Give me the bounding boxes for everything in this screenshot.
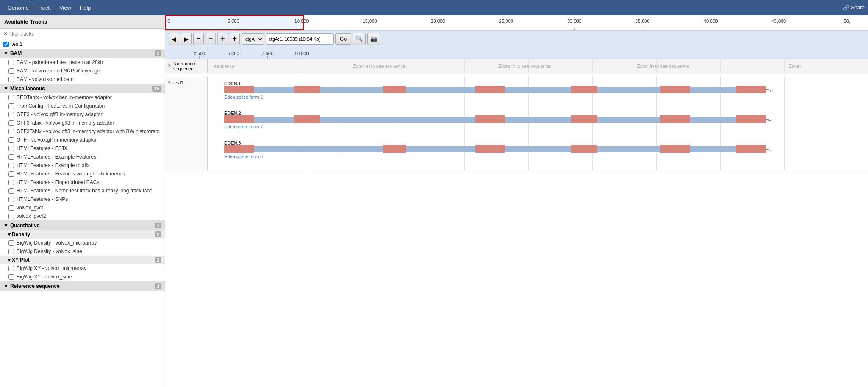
gene-eden3-block-3 — [571, 145, 597, 153]
bam-item-0[interactable]: BAM - paired-read test pattern at 28kb — [0, 58, 165, 67]
scale-tick-7500: 7,500 — [262, 51, 273, 56]
zoom-out-button[interactable]: − — [193, 33, 204, 45]
filter-input[interactable] — [9, 31, 161, 37]
refseq-label: Reference sequence — [10, 283, 60, 289]
gene-eden2-conn-4 — [690, 117, 736, 123]
genome-area: 0 5,000 10,000 15,000 20,000 25,000 30,0… — [165, 15, 868, 387]
scale-tick-2500: 2,500 — [194, 51, 206, 56]
spacer1 — [165, 73, 868, 77]
share-button[interactable]: 🔗 Share — [843, 5, 865, 11]
coord-tick-40000: 40,000 — [704, 19, 718, 24]
density-item-1[interactable]: BigWig Density - volvox_sine — [0, 247, 165, 256]
ref-seq-zoom-text-4: Zoom — [789, 64, 801, 69]
misc-item-11[interactable]: HTMLFeatures - Name test track has a rea… — [0, 187, 165, 195]
misc-item-6[interactable]: HTMLFeatures - ESTs — [0, 144, 165, 153]
sidebar: Available Tracks ✕ test1 ▼BAM 3 BAM - pa… — [0, 15, 165, 387]
test1-checkbox[interactable] — [3, 42, 9, 47]
misc-item-8[interactable]: HTMLFeatures - Example motifs — [0, 161, 165, 170]
bam-item-1[interactable]: BAM - volvox-sorted SNPs/Coverage — [0, 67, 165, 75]
main-layout: Available Tracks ✕ test1 ▼BAM 3 BAM - pa… — [0, 15, 868, 387]
clear-filter-button[interactable]: ✕ — [3, 31, 8, 37]
location-input[interactable] — [266, 33, 334, 45]
xyplot-item-1[interactable]: BigWig XY - volvox_sine — [0, 273, 165, 281]
misc-count: 15 — [152, 86, 161, 92]
gene-eden1-block-5 — [660, 86, 690, 93]
ref-seq-label-text: Reference sequence — [173, 61, 205, 71]
forward-button[interactable]: ▶ — [181, 33, 192, 45]
menu-view[interactable]: View — [55, 2, 75, 14]
coord-tick-5000: 5,000 — [228, 19, 239, 24]
zoom-in2-button[interactable]: + — [230, 33, 240, 45]
gene-eden2-conn-3 — [597, 117, 660, 123]
gene-eden1-conn-2 — [406, 87, 475, 93]
gene-eden1-conn-1 — [320, 87, 383, 93]
sidebar-content: test1 ▼BAM 3 BAM - paired-read test patt… — [0, 39, 165, 387]
test1-track-label: test1 — [173, 80, 184, 85]
menu-track[interactable]: Track — [33, 2, 55, 14]
quantitative-count: 4 — [155, 223, 161, 228]
bam-count: 3 — [155, 50, 161, 56]
gene-eden1-conn-5 — [690, 87, 736, 93]
misc-item-12[interactable]: HTMLFeatures - SNPs — [0, 195, 165, 203]
gene-eden2-form[interactable]: Eden splice form 2 — [224, 124, 263, 129]
misc-item-3[interactable]: GFF3Tabix - volvox.gff3 in-memory adapto… — [0, 119, 165, 127]
coord-tick-30000: 30,000 — [567, 19, 581, 24]
gene-eden3: EDEN.3 Eden splice form 3 → — [208, 139, 868, 165]
gene-eden2-conn-0 — [254, 117, 293, 123]
coord-tick-20000: 20,000 — [431, 19, 445, 24]
ref-seq-label: ↻ Reference sequence — [165, 59, 208, 73]
gene-eden1-block-0 — [224, 86, 254, 93]
xyplot-item-0[interactable]: BigWig XY - volvox_microarray — [0, 264, 165, 273]
misc-item-4[interactable]: GFF3Tabix - volvox.gff3 in-memory adapto… — [0, 127, 165, 136]
misc-item-5[interactable]: GTF - volvox.gtf in-memory adaptor — [0, 136, 165, 144]
ref-seq-zoom-text-1: Zoom in to see sequence — [353, 64, 406, 69]
density-subgroup-header[interactable]: ▼Density 2 — [0, 230, 165, 239]
misc-item-7[interactable]: HTMLFeatures - Example Features — [0, 153, 165, 161]
test1-label: test1 — [11, 41, 22, 47]
coord-bar[interactable]: 0 5,000 10,000 15,000 20,000 25,000 30,0… — [165, 15, 868, 31]
misc-item-1[interactable]: FromConfig - Features in Configuration — [0, 102, 165, 110]
density-item-0[interactable]: BigWig Density - volvox_microarray — [0, 239, 165, 247]
coord-tick-35000: 35,000 — [635, 19, 650, 24]
ref-seq-content: sequence Zoom in to see sequence Zoom in… — [208, 59, 868, 73]
gene-eden3-conn-3 — [597, 146, 660, 152]
screenshot-button[interactable]: 📷 — [367, 33, 380, 45]
bam-item-2[interactable]: BAM - volvox-sorted.bam — [0, 75, 165, 84]
quantitative-group-header[interactable]: ▼Quantitative 4 — [0, 221, 165, 230]
misc-group-header[interactable]: ▼Miscellaneous 15 — [0, 84, 165, 93]
gene-eden3-form[interactable]: Eden splice form 3 — [224, 154, 263, 159]
zoom-out2-button[interactable]: − — [206, 33, 216, 45]
misc-item-14[interactable]: volvox_gvcf2 — [0, 212, 165, 220]
gene-eden3-conn-1 — [406, 146, 475, 152]
misc-item-2[interactable]: GFF3 - volvox.gff3 in-memory adaptor — [0, 110, 165, 119]
bam-label: BAM — [10, 50, 22, 56]
gene-eden3-arrow: → — [766, 147, 772, 153]
test1-track-row: ↻ test1 — [165, 77, 868, 170]
gene-eden3-block-2 — [475, 145, 505, 153]
gene-eden2-block-0 — [224, 115, 254, 123]
zoom-in-button[interactable]: + — [217, 33, 228, 45]
gene-eden1-conn-3 — [505, 87, 571, 93]
ref-seq-row: ↻ Reference sequence sequence — [165, 59, 868, 73]
gene-eden1-block-1 — [294, 86, 320, 93]
gene-eden1-form[interactable]: Eden splice form 1 — [224, 95, 263, 100]
go-button[interactable]: Go — [335, 33, 351, 45]
refseq-count: 1 — [155, 283, 161, 289]
menu-genome[interactable]: Genome — [3, 2, 33, 14]
gene-eden1-block-6 — [736, 86, 765, 93]
misc-item-13[interactable]: volvox_gvcf — [0, 203, 165, 212]
xyplot-subgroup-header[interactable]: ▼XY Plot 2 — [0, 256, 165, 264]
gene-eden2-arrow: → — [766, 117, 772, 124]
location-select[interactable]: ctgA — [242, 33, 264, 45]
gene-eden2-block-5 — [736, 115, 765, 123]
misc-item-9[interactable]: HTMLFeatures - Features with right-click… — [0, 170, 165, 178]
misc-item-0[interactable]: BEDTabix - volvox.bed in-memory adaptor — [0, 93, 165, 102]
test1-content: EDEN.1 Eden splice form 1 → — [208, 77, 868, 170]
highlight-button[interactable]: 🔍 — [353, 33, 366, 45]
bam-group-header[interactable]: ▼BAM 3 — [0, 49, 165, 58]
back-button[interactable]: ◀ — [169, 33, 179, 45]
track-item-test1[interactable]: test1 — [0, 39, 165, 49]
misc-item-10[interactable]: HTMLFeatures - Fingerprinted BACs — [0, 178, 165, 187]
refseq-group-header[interactable]: ▼Reference sequence 1 — [0, 281, 165, 291]
menu-help[interactable]: Help — [75, 2, 95, 14]
